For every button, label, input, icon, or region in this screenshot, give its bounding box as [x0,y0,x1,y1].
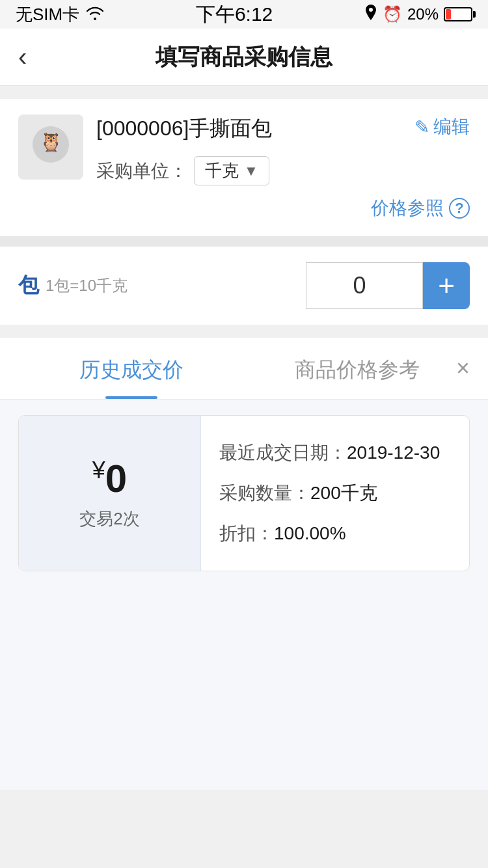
price-ref-row: 价格参照 ? [18,196,470,221]
tab-history-price[interactable]: 历史成交价 [18,338,244,399]
battery-icon [444,7,472,21]
price-discount-row: 折扣：100.00% [219,520,451,547]
price-card-left: ¥0 交易2次 [19,416,201,571]
quantity-input[interactable] [306,262,423,309]
wifi-icon [86,5,104,25]
question-mark: ? [455,200,463,217]
price-date-row: 最近成交日期：2019-12-30 [219,439,451,467]
svg-text:🦉: 🦉 [40,131,62,152]
tab1-label: 历史成交价 [79,358,183,381]
unit-value: 千克 [205,159,239,182]
tabs-header: 历史成交价 商品价格参考 × [0,338,488,399]
dropdown-arrow-icon: ▼ [244,163,258,180]
product-unit-row: 采购单位： 千克 ▼ [96,156,272,185]
battery-percent: 20% [407,5,439,23]
edit-icon: ✎ [414,116,429,138]
edit-button[interactable]: ✎ 编辑 [414,115,470,139]
quantity-input-row: + [306,262,470,309]
tab-close-button[interactable]: × [456,355,470,382]
product-card: 🦉 [0000006]手撕面包 采购单位： 千克 ▼ ✎ 编辑 价格参照 [0,99,488,236]
discount-value: 100.00% [274,523,346,543]
quantity-row: 包 1包=10千克 + [0,247,488,325]
carrier-text: 无SIM卡 [16,3,79,26]
yen-symbol: ¥ [92,457,105,483]
nav-bar: ‹ 填写商品采购信息 [0,29,488,86]
tab2-label: 商品价格参考 [295,358,420,381]
section-divider [0,236,488,247]
price-ref-link[interactable]: 价格参照 [371,196,444,221]
help-icon[interactable]: ? [449,198,470,219]
product-info: [0000006]手撕面包 采购单位： 千克 ▼ [96,115,272,185]
unit-label: 采购单位： [96,159,187,183]
price-card: ¥0 交易2次 最近成交日期：2019-12-30 采购数量：200千克 折扣：… [18,415,470,571]
price-value: 0 [105,457,127,500]
quantity-plus-button[interactable]: + [423,262,470,309]
product-left: 🦉 [0000006]手撕面包 采购单位： 千克 ▼ [18,115,272,185]
main-content: ¥0 交易2次 最近成交日期：2019-12-30 采购数量：200千克 折扣：… [0,400,488,790]
quantity-sub-text: 1包=10千克 [46,275,128,296]
price-card-right: 最近成交日期：2019-12-30 采购数量：200千克 折扣：100.00% [201,416,469,571]
back-button[interactable]: ‹ [18,42,27,72]
date-label: 最近成交日期： [219,442,347,463]
product-thumbnail: 🦉 [18,115,83,180]
qty-value: 200千克 [310,483,377,503]
edit-label: 编辑 [433,115,470,139]
plus-icon: + [438,269,455,302]
price-qty-row: 采购数量：200千克 [219,480,451,507]
alarm-icon: ⏰ [383,5,402,23]
tabs-container: 历史成交价 商品价格参考 × [0,338,488,400]
location-icon [364,5,377,24]
product-name: [0000006]手撕面包 [96,115,272,143]
price-card-container: ¥0 交易2次 最近成交日期：2019-12-30 采购数量：200千克 折扣：… [0,400,488,587]
unit-selector[interactable]: 千克 ▼ [194,156,269,185]
discount-label: 折扣： [219,523,274,543]
status-right: ⏰ 20% [364,5,472,24]
price-trades: 交易2次 [79,508,139,530]
date-value: 2019-12-30 [347,442,440,463]
qty-label: 采购数量： [219,483,310,503]
tab-price-reference[interactable]: 商品价格参考 [244,338,470,399]
product-header: 🦉 [0000006]手撕面包 采购单位： 千克 ▼ ✎ 编辑 [18,115,470,185]
status-bar: 无SIM卡 下午6:12 ⏰ 20% [0,0,488,29]
status-time: 下午6:12 [196,1,273,28]
page-title: 填写商品采购信息 [156,42,332,72]
quantity-label: 包 1包=10千克 [18,271,128,300]
quantity-unit: 包 [18,271,39,300]
product-logo-icon: 🦉 [31,125,70,170]
status-left: 无SIM卡 [16,3,104,26]
price-display: ¥0 [92,456,127,501]
